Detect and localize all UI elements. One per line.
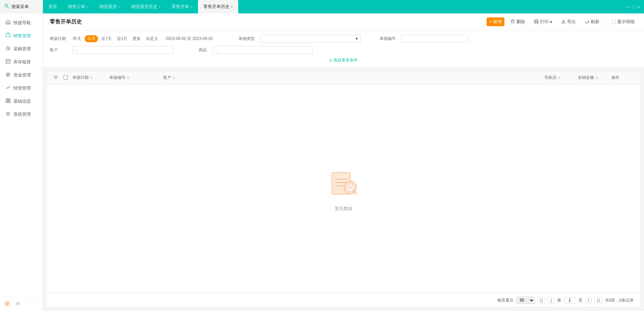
collapse-up-icon: ∧ xyxy=(329,58,332,63)
prev-page-btn[interactable]: ⟨ xyxy=(548,297,554,304)
sidebar-footer xyxy=(0,297,43,311)
svg-rect-7 xyxy=(8,99,10,100)
date-btn-yesterday[interactable]: 昨天 xyxy=(71,35,83,42)
filter-area: 单据日期 昨天 今天 近7天 近1月 更多 自定义 2023-06-02 至 2… xyxy=(43,31,644,67)
total-info: 共0页，0条记录 xyxy=(605,298,634,303)
tab-sales-return-history-close[interactable]: × xyxy=(159,5,161,9)
tab-retail-open[interactable]: 零售开单 × xyxy=(166,0,198,13)
print-button[interactable]: 打印 ▾ xyxy=(531,17,555,26)
doc-type-label: 单据类型 xyxy=(239,36,255,42)
display-detail-toggle[interactable]: 显示明细 xyxy=(609,17,637,26)
sidebar-item-finance[interactable]: 资金管理 xyxy=(0,68,43,82)
delete-button[interactable]: 删除 xyxy=(508,17,528,26)
add-button[interactable]: + 新增 xyxy=(487,17,504,26)
date-btn-more[interactable]: 更多 xyxy=(131,35,143,42)
search-icon xyxy=(4,3,9,10)
window-close[interactable]: × xyxy=(637,4,640,9)
tab-sales-order-close[interactable]: × xyxy=(87,5,89,9)
tab-retail-history-close[interactable]: × xyxy=(231,5,233,9)
table-area: 单据日期 ⇅ 单据编号 ⇅ 客户 ⇅ 导购员 ⇅ 实销金额 ⇅ xyxy=(46,71,641,308)
tab-sales-return-history-label: 销货退货历史 xyxy=(131,4,157,10)
sidebar-search[interactable]: 搜索采单 xyxy=(0,0,43,13)
sidebar-item-label: 经营管理 xyxy=(13,85,31,91)
home-icon xyxy=(5,19,11,26)
sidebar-item-operation[interactable]: 经营管理 xyxy=(0,82,43,95)
sidebar-item-quick-nav[interactable]: 快捷导航 xyxy=(0,16,43,29)
tab-retail-history[interactable]: 零售开单历史 × xyxy=(198,0,238,13)
inventory-icon xyxy=(5,59,11,65)
sidebar-item-sys-mgmt[interactable]: 系统管理 xyxy=(0,108,43,121)
page-label: 第 xyxy=(557,298,561,303)
base-icon xyxy=(5,98,11,104)
page-input[interactable] xyxy=(564,297,576,304)
sidebar-item-sales-mgmt[interactable]: 销售管理 xyxy=(0,29,43,42)
sort-client-icon: ⇅ xyxy=(172,76,175,80)
date-filter-label: 单据日期 xyxy=(50,36,66,42)
sidebar-item-purchase-mgmt[interactable]: 采购管理 xyxy=(0,42,43,55)
th-guide[interactable]: 导购员 ⇅ xyxy=(542,72,576,83)
goods-input[interactable]: ... xyxy=(212,46,313,54)
th-amount[interactable]: 实销金额 ⇅ xyxy=(576,72,609,83)
tab-home-label: 首页 xyxy=(48,4,57,10)
page-header: 零售开单历史 + 新增 删除 打印 ▾ xyxy=(43,13,644,31)
tab-bar-controls: — □ × xyxy=(627,4,644,9)
select-all-checkbox[interactable] xyxy=(61,75,70,81)
sidebar-item-base-info[interactable]: 基础信息 xyxy=(0,95,43,108)
client-input[interactable]: ... xyxy=(72,46,173,54)
first-page-btn[interactable]: ⟨⟨ xyxy=(537,297,545,304)
svg-point-11 xyxy=(6,303,8,305)
th-date[interactable]: 单据日期 ⇅ xyxy=(70,72,107,83)
sidebar-item-inventory[interactable]: 库存核算 xyxy=(0,55,43,68)
refresh-icon xyxy=(585,19,589,25)
next-page-btn[interactable]: ⟩ xyxy=(585,297,592,304)
per-page-select[interactable]: 50 100 200 xyxy=(516,297,535,304)
sort-date-icon: ⇅ xyxy=(90,76,93,80)
tab-sales-return-label: 销货退货 xyxy=(99,4,117,10)
collapse-row: ∧ 收起更多条件 xyxy=(50,57,637,63)
collapse-icon[interactable] xyxy=(15,301,21,308)
export-icon xyxy=(561,19,566,25)
date-btn-1month[interactable]: 近1月 xyxy=(115,35,130,42)
svg-point-15 xyxy=(55,76,57,78)
page-suffix: 页 xyxy=(579,298,583,303)
page-title: 零售开单历史 xyxy=(50,18,82,25)
doc-type-select[interactable]: ▾ xyxy=(260,35,361,43)
date-btn-today[interactable]: 今天 xyxy=(85,35,98,42)
doc-num-input[interactable] xyxy=(401,35,468,43)
date-btn-7days[interactable]: 近7天 xyxy=(99,35,114,42)
column-settings-icon[interactable] xyxy=(51,75,61,81)
date-btn-custom[interactable]: 自定义 xyxy=(144,35,160,42)
print-icon xyxy=(534,19,539,25)
sort-guide-icon: ⇅ xyxy=(558,76,560,80)
tab-home[interactable]: 首页 xyxy=(43,0,62,13)
empty-illustration xyxy=(324,166,364,200)
sidebar-item-label: 系统管理 xyxy=(13,111,31,117)
sidebar-search-label: 搜索采单 xyxy=(11,4,29,10)
last-page-btn[interactable]: ⟩⟩ xyxy=(594,297,602,304)
th-num[interactable]: 单据编号 ⇅ xyxy=(107,72,161,83)
export-button[interactable]: 导出 xyxy=(558,17,579,26)
tab-sales-return-close[interactable]: × xyxy=(118,5,120,9)
svg-rect-9 xyxy=(8,101,10,103)
refresh-button[interactable]: 刷新 xyxy=(582,17,602,26)
tab-sales-order[interactable]: 销售订单 × xyxy=(62,0,94,13)
print-dropdown-icon[interactable]: ▾ xyxy=(550,19,552,24)
tab-retail-open-label: 零售开单 xyxy=(171,4,189,10)
window-maximize[interactable]: □ xyxy=(633,4,636,9)
tab-sales-return-history[interactable]: 销货退货历史 × xyxy=(126,0,166,13)
settings-icon[interactable] xyxy=(4,301,10,308)
svg-rect-8 xyxy=(6,101,8,103)
select-all-input[interactable] xyxy=(63,75,68,80)
sidebar-item-label: 库存核算 xyxy=(13,59,31,65)
svg-rect-6 xyxy=(6,99,8,100)
doc-type-dropdown-icon: ▾ xyxy=(356,36,358,41)
window-minimize[interactable]: — xyxy=(627,4,631,9)
tab-sales-return[interactable]: 销货退货 × xyxy=(94,0,126,13)
tab-bar: 首页 销售订单 × 销货退货 × 销货退货历史 × 零售开单 × 零售开单历史 … xyxy=(43,0,644,13)
tab-retail-open-close[interactable]: × xyxy=(190,5,192,9)
th-client[interactable]: 客户 ⇅ xyxy=(161,72,542,83)
main-area: 首页 销售订单 × 销货退货 × 销货退货历史 × 零售开单 × 零售开单历史 … xyxy=(43,0,644,311)
collapse-button[interactable]: ∧ 收起更多条件 xyxy=(329,57,358,63)
delete-icon xyxy=(510,19,515,25)
svg-rect-2 xyxy=(6,34,10,37)
